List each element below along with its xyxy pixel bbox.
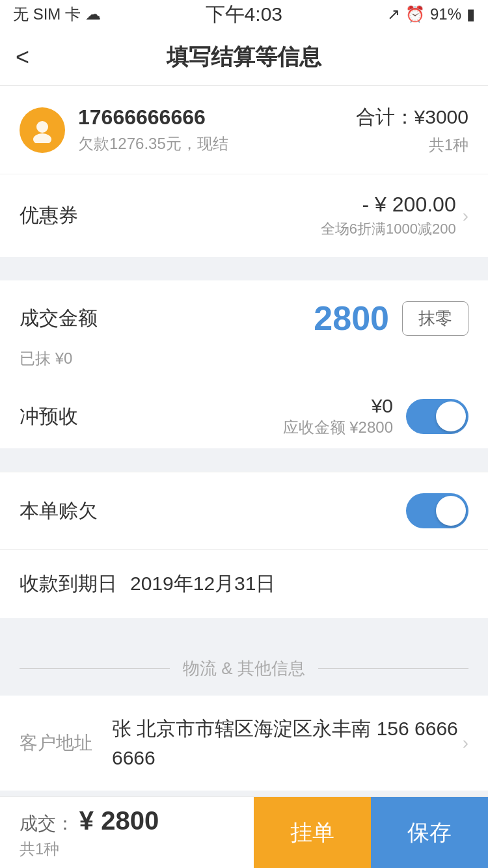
location-icon: ↗ xyxy=(387,5,400,23)
bottom-bar: 成交： ¥ 2800 共1种 挂单 保存 xyxy=(0,796,488,868)
debt-label: 本单赊欠 xyxy=(20,498,98,524)
advance-toggle[interactable] xyxy=(406,399,468,434)
bottom-amount: ¥ 2800 xyxy=(79,806,159,835)
battery-icon: ▮ xyxy=(467,5,475,23)
address-value: 张 北京市市辖区海淀区永丰南 156 6666 6666 xyxy=(112,714,463,772)
deal-amount-value: 2800 xyxy=(314,299,389,338)
coupon-discount: - ¥ 200.00 xyxy=(321,193,456,217)
advance-toggle-knob xyxy=(436,401,466,431)
debt-toggle-knob xyxy=(436,496,466,526)
advance-sub-text: 应收金额 ¥2800 xyxy=(283,417,393,438)
section-gap-2 xyxy=(0,459,488,472)
hold-button[interactable]: 挂单 xyxy=(254,797,371,869)
status-right: ↗ ⏰ 91% ▮ xyxy=(387,5,475,23)
advance-label: 冲预收 xyxy=(20,403,78,430)
address-chevron-icon: › xyxy=(463,733,468,753)
user-total: 合计：¥3000 共1种 xyxy=(356,104,468,156)
bottom-deal-label: 成交： xyxy=(20,813,74,834)
total-value: ¥3000 xyxy=(414,106,468,128)
battery-text: 91% xyxy=(430,5,461,23)
svg-point-1 xyxy=(33,133,51,143)
deal-amount-label: 成交金额 xyxy=(20,305,98,332)
save-button[interactable]: 保存 xyxy=(371,797,488,869)
advance-right: ¥0 应收金额 ¥2800 xyxy=(283,395,468,438)
debt-toggle[interactable] xyxy=(406,493,468,528)
date-label: 收款到期日 xyxy=(20,571,117,597)
deal-amount-row: 成交金额 2800 抹零 xyxy=(0,280,488,348)
bottom-count: 共1种 xyxy=(20,839,254,860)
address-row[interactable]: 客户地址 张 北京市市辖区海淀区永丰南 156 6666 6666 › xyxy=(0,696,488,791)
coupon-chevron-icon: › xyxy=(463,206,468,226)
user-info-card: 17666666666 欠款1276.35元，现结 合计：¥3000 共1种 优… xyxy=(0,86,488,257)
section-gap-1 xyxy=(0,267,488,280)
round-button[interactable]: 抹零 xyxy=(402,301,468,336)
advance-amount-value: ¥0 xyxy=(283,395,393,417)
back-button[interactable]: < xyxy=(16,44,29,71)
date-value: 2019年12月31日 xyxy=(130,571,275,597)
deal-amount-right: 2800 抹零 xyxy=(314,299,468,338)
page-title: 填写结算等信息 xyxy=(167,42,321,72)
coupon-desc: 全场6折满1000减200 xyxy=(321,219,456,239)
sim-text: 无 SIM 卡 ☁ xyxy=(13,4,101,25)
deal-amount-card: 成交金额 2800 抹零 已抹 ¥0 冲预收 ¥0 应收金额 ¥2800 xyxy=(0,280,488,448)
status-left: 无 SIM 卡 ☁ xyxy=(13,4,101,25)
user-row: 17666666666 欠款1276.35元，现结 合计：¥3000 共1种 xyxy=(0,86,488,174)
user-phone: 17666666666 xyxy=(78,105,356,129)
logistics-divider-text: 物流 & 其他信息 xyxy=(170,657,318,680)
deal-sub-text: 已抹 ¥0 xyxy=(0,348,488,382)
status-time: 下午4:03 xyxy=(206,1,282,28)
alarm-icon: ⏰ xyxy=(405,5,425,23)
total-amount: 合计：¥3000 xyxy=(356,104,468,131)
total-label: 合计： xyxy=(356,106,414,128)
total-count: 共1种 xyxy=(356,135,468,156)
advance-row: 冲预收 ¥0 应收金额 ¥2800 xyxy=(0,382,488,448)
coupon-label: 优惠券 xyxy=(20,202,78,229)
user-info: 17666666666 欠款1276.35元，现结 xyxy=(78,105,356,154)
coupon-row[interactable]: 优惠券 - ¥ 200.00 全场6折满1000减200 › xyxy=(0,174,488,257)
user-debt: 欠款1276.35元，现结 xyxy=(78,133,356,154)
nav-bar: < 填写结算等信息 xyxy=(0,29,488,86)
advance-amount: ¥0 应收金额 ¥2800 xyxy=(283,395,393,438)
divider-line-right xyxy=(318,668,468,669)
date-row: 收款到期日 2019年12月31日 xyxy=(0,549,488,618)
logistics-divider: 物流 & 其他信息 xyxy=(0,642,488,696)
svg-point-0 xyxy=(36,121,48,133)
content-area: 17666666666 欠款1276.35元，现结 合计：¥3000 共1种 优… xyxy=(0,86,488,868)
status-bar: 无 SIM 卡 ☁ 下午4:03 ↗ ⏰ 91% ▮ xyxy=(0,0,488,29)
avatar xyxy=(20,107,65,153)
section-gap-3 xyxy=(0,629,488,642)
address-label: 客户地址 xyxy=(20,731,92,755)
divider-line-left xyxy=(20,668,170,669)
bottom-info: 成交： ¥ 2800 共1种 xyxy=(0,806,254,860)
debt-card: 本单赊欠 收款到期日 2019年12月31日 xyxy=(0,472,488,618)
debt-row: 本单赊欠 xyxy=(0,472,488,549)
bottom-deal-row: 成交： ¥ 2800 xyxy=(20,806,254,836)
address-card[interactable]: 客户地址 张 北京市市辖区海淀区永丰南 156 6666 6666 › xyxy=(0,696,488,791)
